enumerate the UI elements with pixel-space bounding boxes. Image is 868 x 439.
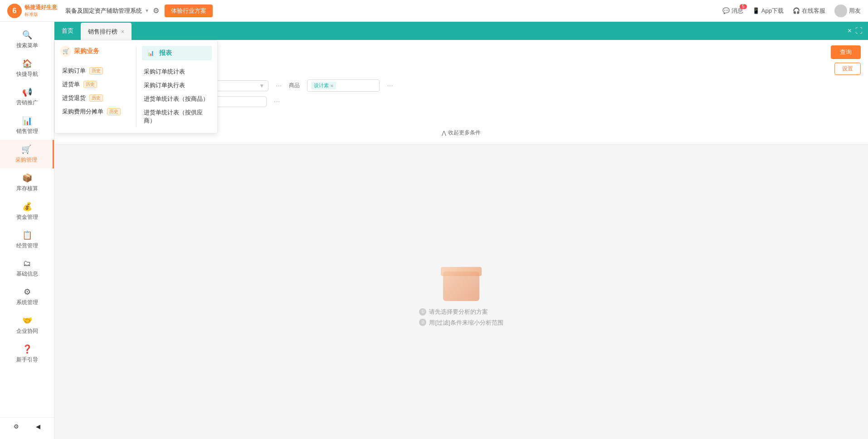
purchase-menu-icon: 🛒 xyxy=(60,46,71,57)
menu-item-incoming-stat-product[interactable]: 进货单统计表（按商品） xyxy=(142,92,212,106)
menu-item-purchase-order[interactable]: 采购订单 历史 xyxy=(60,64,131,78)
sidebar-label: 新手引导 xyxy=(16,356,38,364)
hist-tag: 历史 xyxy=(89,67,103,74)
top-right: 💬 消息 5 📱 App下载 🎧 在线客服 用友 xyxy=(722,5,861,17)
basic-icon: 🗂 xyxy=(23,259,31,268)
system-selector[interactable]: 装备及固定资产辅助管理系统 ▼ xyxy=(65,7,149,15)
sidebar-settings-icon[interactable]: ⚙ xyxy=(14,423,19,430)
tab-bar: 首页 销售排行榜 × × ⛶ xyxy=(54,22,868,40)
sidebar-item-system[interactable]: ⚙ 系统管理 xyxy=(0,282,54,311)
step1-num: ① xyxy=(419,308,426,316)
collapse-btn[interactable]: ⋀ 收起更多条件 xyxy=(442,129,481,137)
menu-item-incoming[interactable]: 进货单 历史 xyxy=(60,78,131,91)
sidebar-label: 系统管理 xyxy=(16,299,38,306)
menu-item-expense[interactable]: 采购费用分摊单 历史 xyxy=(60,105,131,118)
chevron-down-icon: ▼ xyxy=(145,8,149,13)
sidebar-item-inventory[interactable]: 📦 库存核算 xyxy=(0,168,54,197)
empty-illustration xyxy=(434,256,488,301)
sidebar: 🔍 搜索菜单 🏠 快捷导航 📢 营销推广 📊 销售管理 🛒 采购管理 📦 库存核… xyxy=(0,22,54,439)
tab-home[interactable]: 首页 xyxy=(54,22,81,40)
logo-text: 畅捷通好生意 标准版 xyxy=(24,4,57,18)
sidebar-item-guide[interactable]: ❓ 新手引导 xyxy=(0,340,54,368)
report-section: 📊 报表 采购订单统计表 采购订单执行表 进货单统计表（按商品） 进货单统计表（… xyxy=(136,46,218,128)
purchase-dropdown-menu: 🛒 采购业务 采购订单 历史 进货单 历史 进货退货 历史 采购费用分摊单 历史… xyxy=(54,40,218,133)
sidebar-item-sales[interactable]: 📊 销售管理 xyxy=(0,111,54,140)
system-name: 装备及固定资产辅助管理系统 xyxy=(65,7,142,15)
report-section-title: 📊 报表 xyxy=(142,46,212,60)
sidebar-label: 库存核算 xyxy=(16,185,38,192)
sidebar-collapse-icon[interactable]: ◀ xyxy=(36,423,40,430)
empty-box xyxy=(443,271,479,301)
top-bar: 6 畅捷通好生意 标准版 装备及固定资产辅助管理系统 ▼ ⚙ 体验行业方案 💬 … xyxy=(0,0,868,22)
doc-status-more[interactable]: ··· xyxy=(276,82,282,90)
phone-icon: 📱 xyxy=(752,7,760,14)
app-download-btn[interactable]: 📱 App下载 xyxy=(752,7,784,15)
guide-icon: ❓ xyxy=(22,344,32,354)
product-tag: 设计素 × xyxy=(311,82,336,89)
sidebar-label: 采购管理 xyxy=(15,156,37,164)
menu-item-return[interactable]: 进货退货 历史 xyxy=(60,91,131,105)
chevron-down-icon: ▼ xyxy=(259,83,264,89)
product-label: 商品 xyxy=(289,82,300,89)
inventory-icon: 📦 xyxy=(22,173,32,183)
close-window-icon[interactable]: × xyxy=(848,27,852,35)
tab-sales-rank[interactable]: 销售排行榜 × xyxy=(81,23,132,41)
sidebar-label: 搜索菜单 xyxy=(16,42,38,49)
sidebar-item-operation[interactable]: 📋 经营管理 xyxy=(0,226,54,254)
logo-area: 6 畅捷通好生意 标准版 xyxy=(7,4,62,18)
query-button[interactable]: 查询 xyxy=(831,45,861,59)
menu-item-order-stat[interactable]: 采购订单统计表 xyxy=(142,65,212,79)
sidebar-label: 企业协同 xyxy=(16,327,38,335)
sidebar-label: 经营管理 xyxy=(16,242,38,250)
home-icon: 🏠 xyxy=(22,59,32,69)
marketing-icon: 📢 xyxy=(22,87,32,97)
salesperson-more[interactable]: ··· xyxy=(274,98,280,106)
sidebar-item-marketing[interactable]: 📢 营销推广 xyxy=(0,83,54,111)
system-icon: ⚙ xyxy=(24,287,31,297)
menu-item-incoming-stat-supplier[interactable]: 进货单统计表（按供应商） xyxy=(142,106,212,128)
hist-tag: 历史 xyxy=(83,81,97,88)
remove-tag-icon[interactable]: × xyxy=(330,83,333,89)
sidebar-label: 资金管理 xyxy=(16,213,38,221)
empty-text: ① 请先选择要分析的方案 ② 用[过滤]条件来缩小分析范围 xyxy=(419,306,503,328)
sidebar-item-capital[interactable]: 💰 资金管理 xyxy=(0,197,54,226)
empty-state: ① 请先选择要分析的方案 ② 用[过滤]条件来缩小分析范围 xyxy=(54,144,868,439)
headset-icon: 🎧 xyxy=(793,7,800,14)
tab-controls: × ⛶ xyxy=(848,27,868,35)
user-menu[interactable]: 用友 xyxy=(834,5,861,17)
sidebar-item-quick-nav[interactable]: 🏠 快捷导航 xyxy=(0,54,54,83)
capital-icon: 💰 xyxy=(22,202,32,212)
sidebar-bottom: ⚙ ◀ xyxy=(0,417,54,435)
report-menu-icon: 📊 xyxy=(146,48,156,59)
menu-item-order-exec[interactable]: 采购订单执行表 xyxy=(142,79,212,92)
product-more[interactable]: ··· xyxy=(387,82,393,90)
sidebar-item-search[interactable]: 🔍 搜索菜单 xyxy=(0,25,54,54)
sidebar-item-purchase[interactable]: 🛒 采购管理 xyxy=(0,140,54,168)
online-service-btn[interactable]: 🎧 在线客服 xyxy=(793,7,825,15)
settings-button[interactable]: 设置 xyxy=(834,63,861,75)
industry-btn[interactable]: 体验行业方案 xyxy=(165,5,213,17)
step2-num: ② xyxy=(419,319,426,326)
logo-icon: 6 xyxy=(7,4,22,18)
hist-tag: 历史 xyxy=(107,108,121,115)
message-icon: 💬 xyxy=(722,7,730,14)
sidebar-label: 快捷导航 xyxy=(16,70,38,78)
collapse-icon: ⋀ xyxy=(442,130,446,136)
sales-icon: 📊 xyxy=(22,116,32,126)
query-set-col: 查询 设置 xyxy=(831,45,861,75)
expand-icon[interactable]: ⛶ xyxy=(855,27,863,35)
avatar xyxy=(834,5,847,17)
sidebar-label: 销售管理 xyxy=(16,128,38,135)
settings-icon[interactable]: ⚙ xyxy=(153,6,159,15)
sidebar-item-basic[interactable]: 🗂 基础信息 xyxy=(0,254,54,282)
sidebar-item-enterprise[interactable]: 🤝 企业协同 xyxy=(0,311,54,340)
sidebar-label: 基础信息 xyxy=(16,270,38,278)
hist-tag: 历史 xyxy=(89,94,103,102)
tab-close-icon[interactable]: × xyxy=(121,29,124,35)
purchase-section: 🛒 采购业务 采购订单 历史 进货单 历史 进货退货 历史 采购费用分摊单 历史 xyxy=(55,46,136,128)
messages-btn[interactable]: 💬 消息 5 xyxy=(722,7,743,15)
purchase-icon: 🛒 xyxy=(21,144,31,154)
product-field[interactable]: 设计素 × xyxy=(307,79,380,92)
enterprise-icon: 🤝 xyxy=(22,316,32,326)
message-badge: 5 xyxy=(740,4,747,9)
